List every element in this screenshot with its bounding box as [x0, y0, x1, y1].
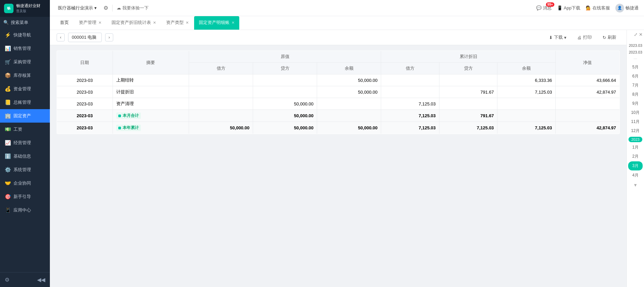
- timeline-month-5[interactable]: 5月: [627, 63, 644, 72]
- tab-depreciation-stats[interactable]: 固定资产折旧统计表 ✕: [107, 16, 161, 30]
- timeline-year-2023-03-1[interactable]: 2023.03: [627, 42, 644, 49]
- timeline-scroll-down-icon[interactable]: ▼: [633, 183, 638, 188]
- tab-close-icon[interactable]: ✕: [153, 21, 156, 25]
- timeline-close-icon[interactable]: ✕: [639, 32, 643, 37]
- company-selector[interactable]: 医疗器械行业演示 ▾: [55, 4, 99, 12]
- next-asset-btn[interactable]: ›: [105, 33, 113, 41]
- sidebar-item-label: 经营管理: [13, 140, 31, 146]
- print-btn[interactable]: 🖨 打印: [574, 33, 595, 42]
- table-wrapper: 日期 摘要 原值 累计折旧 净值 借方 贷方 余额 借方 贷方 余额: [50, 45, 626, 287]
- table-row: 2023-03 资产清理 50,000.00 7,125.03: [57, 98, 620, 110]
- user-menu[interactable]: 👤 畅捷通: [615, 4, 639, 12]
- topbar: 医疗器械行业演示 ▾ ⚙ ☁ 我要体验一下 💬 消息 99+ 📱 App下载 💁…: [50, 0, 644, 16]
- online-service-btn[interactable]: 💁 在线客服: [586, 5, 610, 11]
- col-depreciation-header: 累计折旧: [381, 51, 556, 63]
- cell-summary: 资产清理: [113, 98, 189, 110]
- funds-icon: 💰: [5, 86, 11, 92]
- basic-info-icon: ℹ️: [5, 153, 11, 159]
- cell-orig-balance: 50,000.00: [317, 86, 381, 98]
- cell-dep-debit: [381, 86, 439, 98]
- sidebar-item-operations[interactable]: 📈 经营管理: [0, 136, 50, 150]
- ledger-icon: 📒: [5, 99, 11, 105]
- timeline-month-4[interactable]: 4月: [627, 171, 644, 180]
- sidebar-item-purchase[interactable]: 🛒 采购管理: [0, 55, 50, 69]
- sidebar-item-label: 系统管理: [13, 167, 31, 173]
- sidebar-item-label: 基础信息: [13, 153, 31, 159]
- col-date-header: 日期: [57, 51, 113, 74]
- prev-asset-btn[interactable]: ‹: [57, 33, 65, 41]
- tab-home-label: 首页: [60, 20, 69, 26]
- cell-orig-debit: [189, 110, 253, 122]
- company-name: 医疗器械行业演示: [58, 5, 93, 11]
- timeline-month-1[interactable]: 1月: [627, 143, 644, 152]
- sidebar-item-guide[interactable]: 🎯 新手引导: [0, 190, 50, 203]
- timeline-month-8[interactable]: 8月: [627, 90, 644, 99]
- timeline-month-10[interactable]: 10月: [627, 108, 644, 117]
- refresh-btn[interactable]: ↻ 刷新: [599, 33, 620, 42]
- timeline-year-2023-03-2[interactable]: 2023.03: [627, 49, 644, 56]
- sidebar-search[interactable]: 🔍 搜索菜单: [0, 17, 50, 28]
- refresh-label: 刷新: [608, 34, 616, 40]
- sidebar-item-label: 新手引导: [13, 194, 31, 200]
- timeline-month-2[interactable]: 2月: [627, 152, 644, 161]
- sidebar-nav: 📊 销售管理 🛒 采购管理 📦 库存核算 💰 资金管理 📒 总账管理 🏢 固定资…: [0, 42, 50, 272]
- sidebar-item-label: 应用中心: [13, 207, 31, 213]
- timeline-expand-icon[interactable]: ⤢: [634, 32, 638, 37]
- timeline-month-3-active[interactable]: 3月: [628, 161, 643, 170]
- timeline-controls: ⤢ ✕: [628, 32, 643, 37]
- message-btn[interactable]: 💬 消息 99+: [536, 5, 552, 11]
- col-balance2-header: 余额: [497, 63, 556, 74]
- table-row-yearly-total: 2023-03 本年累计 50,000.00 50,000.00 50,000.…: [57, 122, 620, 134]
- sidebar-item-apps[interactable]: 📱 应用中心: [0, 203, 50, 217]
- collab-icon: 🤝: [5, 180, 11, 186]
- tab-close-icon[interactable]: ✕: [232, 21, 235, 25]
- sidebar-item-sales[interactable]: 📊 销售管理: [0, 42, 50, 55]
- cell-orig-debit: 50,000.00: [189, 122, 253, 134]
- tab-close-icon[interactable]: ✕: [98, 21, 101, 25]
- cell-date: 2023-03: [57, 74, 113, 86]
- col-debit2-header: 借方: [381, 63, 439, 74]
- cell-date: 2023-03: [57, 86, 113, 98]
- sidebar-item-ledger[interactable]: 📒 总账管理: [0, 96, 50, 109]
- purchase-icon: 🛒: [5, 59, 11, 65]
- sidebar-item-basic-info[interactable]: ℹ️ 基础信息: [0, 150, 50, 163]
- cell-dep-credit: 791.67: [439, 110, 497, 122]
- cell-dep-balance: 7,125.03: [497, 122, 556, 134]
- tab-asset-type[interactable]: 资产类型 ✕: [161, 16, 193, 30]
- settings-icon[interactable]: ⚙: [103, 5, 108, 11]
- timeline-month-11[interactable]: 11月: [627, 117, 644, 126]
- settings-footer-icon[interactable]: ⚙: [3, 275, 11, 284]
- tab-home[interactable]: 首页: [55, 16, 73, 30]
- sidebar-item-collab[interactable]: 🤝 企业协同: [0, 177, 50, 190]
- main-area: 医疗器械行业演示 ▾ ⚙ ☁ 我要体验一下 💬 消息 99+ 📱 App下载 💁…: [50, 0, 644, 287]
- tab-asset-management[interactable]: 资产管理 ✕: [74, 16, 106, 30]
- timeline-month-9[interactable]: 9月: [627, 99, 644, 108]
- timeline-year-badge[interactable]: 2023: [628, 137, 642, 142]
- yearly-total-badge: 本年累计: [116, 125, 141, 131]
- print-label: 打印: [583, 34, 592, 40]
- cell-date: 2023-03: [57, 122, 113, 134]
- timeline-month-12[interactable]: 12月: [627, 126, 644, 135]
- sidebar-item-funds[interactable]: 💰 资金管理: [0, 82, 50, 96]
- sidebar-item-system[interactable]: ⚙️ 系统管理: [0, 163, 50, 177]
- timeline-month-7[interactable]: 7月: [627, 81, 644, 90]
- download-btn[interactable]: ⬇ 下载 ▾: [546, 33, 570, 42]
- sidebar-item-salary[interactable]: 💵 工资: [0, 123, 50, 136]
- table-row: 2023-03 计提折旧 50,000.00 791.67 7,125.03 4…: [57, 86, 620, 98]
- cell-net: 42,874.97: [555, 86, 619, 98]
- tab-fixed-asset-detail[interactable]: 固定资产明细账 ✕: [194, 16, 239, 30]
- app-download-btn[interactable]: 📱 App下载: [557, 5, 580, 11]
- company-dropdown-icon: ▾: [94, 5, 97, 10]
- experience-btn[interactable]: ☁ 我要体验一下: [117, 5, 149, 11]
- sidebar-quicknav-label: 快捷导航: [13, 32, 31, 38]
- asset-code: 000001 电脑: [68, 33, 102, 42]
- sidebar-item-fixed-assets[interactable]: 🏢 固定资产: [0, 109, 50, 123]
- cell-orig-balance: 50,000.00: [317, 122, 381, 134]
- cell-net: 43,666.64: [555, 74, 619, 86]
- sidebar-item-inventory[interactable]: 📦 库存核算: [0, 69, 50, 82]
- collapse-sidebar-icon[interactable]: ◀◀: [36, 275, 47, 284]
- sidebar-item-quicknav[interactable]: ⚡ 快捷导航: [0, 28, 50, 42]
- tab-close-icon[interactable]: ✕: [186, 21, 189, 25]
- download-icon: ⬇: [549, 35, 553, 40]
- timeline-month-6[interactable]: 6月: [627, 72, 644, 81]
